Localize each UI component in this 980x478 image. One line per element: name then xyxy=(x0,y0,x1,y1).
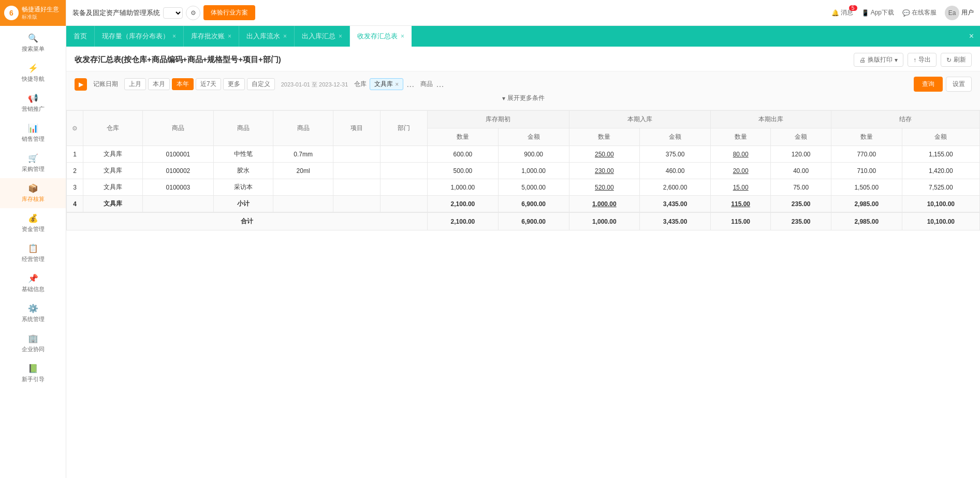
row1-balance-qty: 770.00 xyxy=(831,146,902,163)
notification-button[interactable]: 🔔 消息 5 xyxy=(831,8,853,17)
row3-no: 3 xyxy=(67,179,83,196)
total-in-qty: 1,000.00 xyxy=(569,212,640,230)
sidebar-item-label: 采购管理 xyxy=(22,165,45,173)
tab-stock-dist[interactable]: 现存量（库存分布表） × xyxy=(95,26,184,47)
expand-filter-button[interactable]: ▾ 展开更多条件 xyxy=(75,92,972,105)
tab-flow-close[interactable]: × xyxy=(283,33,287,40)
sidebar-item-purchase[interactable]: 🛒 采购管理 xyxy=(0,148,66,178)
finance-icon: 💰 xyxy=(28,213,38,223)
total-balance-qty: 2,985.00 xyxy=(831,212,902,230)
sidebar-nav: 🔍 搜索菜单 ⚡ 快捷导航 📢 营销推广 📊 销售管理 🛒 采购管理 📦 库存核… xyxy=(0,26,66,478)
row3-opening-amt: 5,000.00 xyxy=(498,179,569,196)
row3-opening-qty: 1,000.00 xyxy=(428,179,499,196)
tab-home[interactable]: 首页 xyxy=(66,26,95,47)
tab-flow[interactable]: 出入库流水 × xyxy=(239,26,295,47)
row1-balance-amt: 1,155.00 xyxy=(902,146,979,163)
enterprise-icon: 🏢 xyxy=(28,334,38,343)
tab-stock-dist-label: 现存量（库存分布表） xyxy=(102,32,169,41)
sidebar-item-sales[interactable]: 📊 销售管理 xyxy=(0,118,66,148)
sidebar-item-system[interactable]: ⚙️ 系统管理 xyxy=(0,298,66,328)
sidebar-item-quick-nav[interactable]: ⚡ 快捷导航 xyxy=(0,58,66,88)
service-icon: 💬 xyxy=(902,9,910,17)
filter-toggle-button[interactable]: ▶ xyxy=(75,78,87,91)
query-button[interactable]: 查询 xyxy=(914,77,943,92)
row1-project xyxy=(333,146,381,163)
refresh-icon: ↻ xyxy=(946,56,952,64)
tab-recv-send-label: 收发存汇总表 xyxy=(357,32,398,41)
warehouse-filter: 仓库 文具库 × ... xyxy=(354,78,414,90)
sidebar-item-label: 基础信息 xyxy=(22,285,45,293)
dropdown-icon: ▾ xyxy=(895,56,898,64)
tab-recv-send[interactable]: 收发存汇总表 × xyxy=(350,26,412,47)
sidebar-item-inventory[interactable]: 📦 库存核算 xyxy=(0,178,66,208)
row2-warehouse: 文具库 xyxy=(83,163,143,179)
row3-dept xyxy=(381,179,428,196)
sidebar-logo: 6 畅捷通好生意 标准版 xyxy=(0,0,66,26)
total-out-amt: 235.00 xyxy=(771,212,831,230)
tab-batch[interactable]: 库存批次账 × xyxy=(184,26,239,47)
date-filter-label: 记账日期 xyxy=(93,80,118,89)
warehouse-tag-close[interactable]: × xyxy=(395,81,399,88)
row2-project xyxy=(333,163,381,179)
subtotal-out-qty[interactable]: 115.00 xyxy=(710,196,771,213)
row1-dept xyxy=(381,146,428,163)
date-btn-custom[interactable]: 自定义 xyxy=(247,78,275,90)
sidebar-item-search[interactable]: 🔍 搜索菜单 xyxy=(0,28,66,58)
row1-no: 1 xyxy=(67,146,83,163)
warehouse-more-button[interactable]: ... xyxy=(406,79,414,90)
trial-button[interactable]: 体验行业方案 xyxy=(203,5,255,20)
date-btn-this-month[interactable]: 本月 xyxy=(148,78,170,90)
print-icon: 🖨 xyxy=(859,56,866,64)
tab-summary[interactable]: 出入库汇总 × xyxy=(295,26,350,47)
online-service-button[interactable]: 💬 在线客服 xyxy=(902,8,937,17)
sidebar-item-guide[interactable]: 📗 新手引导 xyxy=(0,358,66,388)
col-in-header: 本期入库 xyxy=(569,111,710,128)
row1-out-qty[interactable]: 80.00 xyxy=(710,146,771,163)
row3-in-qty[interactable]: 520.00 xyxy=(569,179,640,196)
row2-in-qty[interactable]: 230.00 xyxy=(569,163,640,179)
date-range-display: 2023-01-01 至 2023-12-31 xyxy=(281,81,348,89)
print-button[interactable]: 🖨 换版打印 ▾ xyxy=(854,53,903,67)
col-name-header: 商品 xyxy=(213,111,273,146)
date-btn-this-year[interactable]: 本年 xyxy=(172,78,194,90)
row2-code: 0100002 xyxy=(143,163,214,179)
tab-stock-dist-close[interactable]: × xyxy=(172,33,176,40)
system-select[interactable] xyxy=(163,7,183,19)
product-more-button[interactable]: ... xyxy=(436,79,444,90)
col-project-header: 项目 xyxy=(333,111,381,146)
col-warehouse-header: 仓库 xyxy=(83,111,143,146)
refresh-button[interactable]: ↻ 刷新 xyxy=(941,53,972,67)
set-button[interactable]: 设置 xyxy=(946,77,972,92)
sidebar-item-marketing[interactable]: 📢 营销推广 xyxy=(0,88,66,118)
sidebar-item-label: 销售管理 xyxy=(22,135,45,143)
settings-icon[interactable]: ⚙ xyxy=(186,6,200,20)
subtotal-in-qty[interactable]: 1,000.00 xyxy=(569,196,640,213)
tab-batch-close[interactable]: × xyxy=(228,33,231,40)
date-btn-last-month[interactable]: 上月 xyxy=(124,78,146,90)
sidebar-item-enterprise[interactable]: 🏢 企业协同 xyxy=(0,328,66,358)
date-btn-more[interactable]: 更多 xyxy=(223,78,245,90)
tab-recv-send-close[interactable]: × xyxy=(401,33,404,40)
notification-badge: 5 xyxy=(849,5,857,11)
sales-icon: 📊 xyxy=(28,123,38,133)
row1-in-qty[interactable]: 250.00 xyxy=(569,146,640,163)
row2-out-qty[interactable]: 20.00 xyxy=(710,163,771,179)
total-row: 合计 2,100.00 6,900.00 1,000.00 3,435.00 1… xyxy=(67,212,980,230)
sidebar-item-basic[interactable]: 📌 基础信息 xyxy=(0,268,66,298)
sidebar-item-finance[interactable]: 💰 资金管理 xyxy=(0,208,66,238)
bell-icon: 🔔 xyxy=(831,9,839,17)
row3-out-qty[interactable]: 15.00 xyxy=(710,179,771,196)
warehouse-label: 仓库 xyxy=(354,80,367,89)
export-button[interactable]: ↑ 导出 xyxy=(908,53,937,67)
table-footer: 合计 2,100.00 6,900.00 1,000.00 3,435.00 1… xyxy=(67,212,980,230)
row2-opening-qty: 500.00 xyxy=(428,163,499,179)
date-btn-7days[interactable]: 近7天 xyxy=(196,78,221,90)
col-settings-header[interactable]: ⚙ xyxy=(67,111,83,146)
app-download-button[interactable]: 📱 App下载 xyxy=(861,8,894,17)
table-wrapper: ⚙ 仓库 商品 商品 商品 项目 部门 库存期初 本期入库 本期出库 结存 xyxy=(66,110,980,230)
table-row: 1 文具库 0100001 中性笔 0.7mm 600.00 900.00 25… xyxy=(67,146,980,163)
tab-summary-close[interactable]: × xyxy=(339,33,342,40)
user-menu[interactable]: Ea 用户 xyxy=(945,6,974,20)
sidebar-item-operations[interactable]: 📋 经营管理 xyxy=(0,238,66,268)
close-all-button[interactable]: × xyxy=(963,32,980,41)
